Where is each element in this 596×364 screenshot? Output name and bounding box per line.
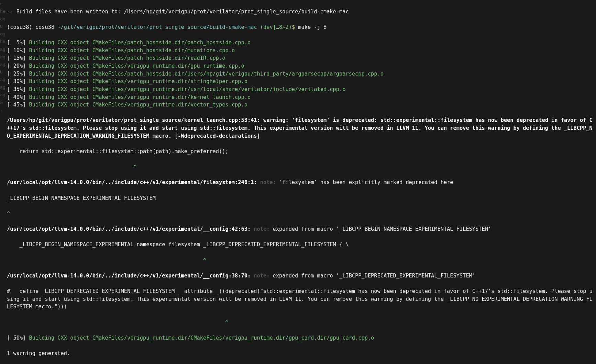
build-message: Building CXX object CMakeFiles/patch_hos… [29,47,235,54]
warning-count: 1 warning generated. [7,350,595,357]
warning-caret: ^ [7,163,595,171]
note-caret: ^ [7,319,595,327]
note-text: expanded from macro '_LIBCPP_DEPRECATED_… [273,273,475,279]
build-message: Building CXX object CMakeFiles/verigpu_r… [29,86,345,92]
note-text: expanded from macro '_LIBCPP_BEGIN_NAMES… [273,226,491,232]
git-branch-status: (dev|…8△2) [260,24,292,30]
command-text: make -j 8 [298,24,327,30]
build-progress-line: [ 5%] Building CXX object CMakeFiles/pat… [7,39,595,47]
build-message: Building CXX object CMakeFiles/verigpu_r… [29,78,247,84]
venv-name: (cosu38) [7,24,32,30]
build-message: Building CXX object CMakeFiles/patch_hos… [29,39,251,46]
shell-prompt-line: (cosu38) cosu38 ~/git/verigpu/prot/veril… [7,23,595,31]
note-label: note: [254,226,273,232]
note-file: /usr/local/opt/llvm-14.0.0/bin/../includ… [7,226,254,232]
build-progress-line: [ 40%] Building CXX object CMakeFiles/ve… [7,93,595,101]
build-progress-line: [ 15%] Building CXX object CMakeFiles/pa… [7,54,595,62]
build-message: Building CXX object CMakeFiles/verigpu_r… [29,94,251,100]
build-message: Building CXX object CMakeFiles/patch_hos… [29,71,383,77]
build-percent: [ 25%] [7,71,29,77]
build-progress-line: [ 35%] Building CXX object CMakeFiles/ve… [7,86,595,93]
prompt-separator: $ [292,24,295,30]
build-progress-line: [ 45%] Building CXX object CMakeFiles/ve… [7,101,595,109]
editor-gutter: e he ag U ag hn ag ag ag U ag ag ag & . [0,0,6,364]
host-name: cosu38 [35,24,54,30]
warning-code: return std::experimental::filesystem::pa… [7,148,595,156]
build-percent: [ 50%] [7,335,29,341]
compiler-note-3: /usr/local/opt/llvm-14.0.0/bin/../includ… [7,272,595,280]
build-percent: [ 15%] [7,55,29,61]
note-text: 'filesystem' has been explicitly marked … [279,179,453,185]
note-file: /usr/local/opt/llvm-14.0.0/bin/../includ… [7,179,260,185]
build-path-line: -- Build files have been written to: /Us… [7,8,595,16]
build-message: Building CXX object CMakeFiles/verigpu_r… [29,335,374,341]
note-code: # define _LIBCPP_DEPRECATED_EXPERIMENTAL… [7,287,595,311]
note-code: _LIBCPP_BEGIN_NAMESPACE_EXPERIMENTAL_FIL… [7,194,595,202]
build-progress-line: [ 30%] Building CXX object CMakeFiles/ve… [7,78,595,86]
build-percent: [ 5%] [7,39,29,46]
build-percent: [ 40%] [7,94,29,100]
cwd-path: ~/git/verigpu/prot/verilator/prot_single… [57,24,257,30]
warning-file: /Users/hp/git/verigpu/prot/verilator/pro… [7,117,263,123]
terminal-output[interactable]: -- Build files have been written to: /Us… [7,0,596,364]
note-caret: ^ [7,257,595,264]
build-percent: [ 20%] [7,63,29,69]
build-progress-line: [ 20%] Building CXX object CMakeFiles/ve… [7,62,595,70]
compiler-note-2: /usr/local/opt/llvm-14.0.0/bin/../includ… [7,225,595,233]
build-percent: [ 45%] [7,102,29,108]
compiler-note-1: /usr/local/opt/llvm-14.0.0/bin/../includ… [7,179,595,186]
build-percent: [ 30%] [7,78,29,84]
build-message: Building CXX object CMakeFiles/verigpu_r… [29,102,247,108]
note-caret: ^ [7,210,595,218]
note-code: _LIBCPP_BEGIN_NAMESPACE_EXPERIMENTAL nam… [7,241,595,249]
build-percent: [ 10%] [7,47,29,54]
build-progress-line: [ 10%] Building CXX object CMakeFiles/pa… [7,47,595,55]
note-label: note: [260,179,279,185]
note-file: /usr/local/opt/llvm-14.0.0/bin/../includ… [7,273,254,279]
build-progress-line: [ 50%] Building CXX object CMakeFiles/ve… [7,334,595,342]
build-message: Building CXX object CMakeFiles/verigpu_r… [29,63,244,69]
build-percent: [ 35%] [7,86,29,92]
note-label: note: [254,273,273,279]
build-message: Building CXX object CMakeFiles/patch_hos… [29,55,225,61]
compiler-warning: /Users/hp/git/verigpu/prot/verilator/pro… [7,116,595,140]
warning-label: warning: [263,117,292,123]
build-progress-line: [ 25%] Building CXX object CMakeFiles/pa… [7,70,595,78]
